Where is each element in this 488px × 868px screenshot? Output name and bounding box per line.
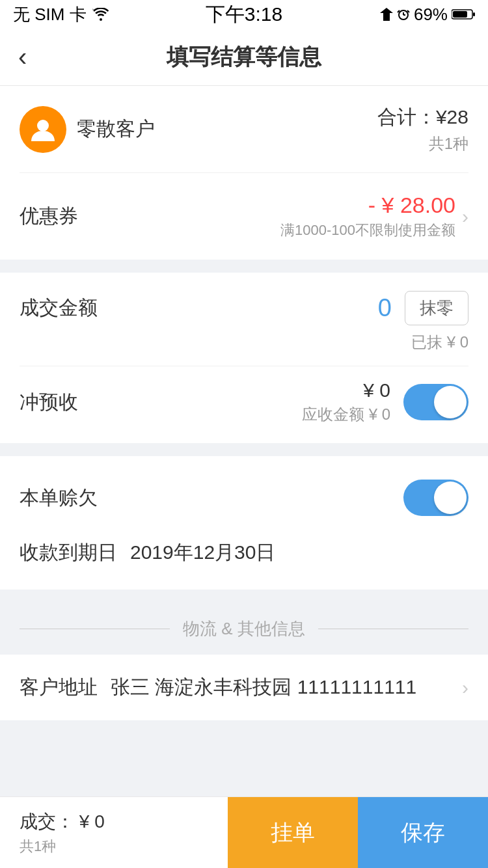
nav-bar: ‹ 填写结算等信息 [0,29,488,86]
transaction-value: 0 [378,294,392,322]
transaction-row: 成交金额 0 抹零 [0,273,488,332]
status-left: 无 SIM 卡 [13,3,110,26]
bottom-summary: 成交： ¥ 0 共1种 [0,809,228,856]
total-amount: 合计：¥28 [377,104,468,131]
back-button[interactable]: ‹ [18,42,27,72]
bottom-bar: 成交： ¥ 0 共1种 挂单 保存 [0,796,488,868]
divider-line-right [318,629,468,629]
customer-row: 零散客户 合计：¥28 共1种 [0,86,488,172]
address-section: 客户地址 张三 海淀永丰科技园 11111111111 › [0,655,488,720]
address-value: 张三 海淀永丰科技园 11111111111 [111,674,462,701]
coupon-row[interactable]: 优惠券 - ¥ 28.00 满1000-100不限制使用金额 › [0,173,488,260]
page-title: 填写结算等信息 [167,42,321,72]
svg-rect-4 [473,12,475,16]
deal-amount: ¥ 0 [79,811,105,832]
transaction-section: 成交金额 0 抹零 已抹 ¥ 0 冲预收 ¥ 0 应收金额 ¥ 0 [0,273,488,443]
divider-line-left [20,629,170,629]
address-chevron-icon: › [462,677,468,699]
status-bar: 无 SIM 卡 下午3:18 69% [0,0,488,29]
customer-info: 零散客户 [20,106,155,153]
coupon-label: 优惠券 [20,203,78,230]
coupon-desc: 满1000-100不限制使用金额 [280,221,455,240]
coupon-amount: - ¥ 28.00 [280,193,455,218]
person-icon [29,115,57,144]
location-icon [380,8,393,21]
wifi-icon [92,8,110,21]
bottom-count: 共1种 [20,837,208,856]
status-right: 69% [380,5,475,25]
prepay-right: ¥ 0 应收金额 ¥ 0 [302,379,468,425]
deal-label: 成交： [20,811,74,832]
bottom-deal-text: 成交： ¥ 0 [20,809,208,834]
debt-section: 本单赊欠 收款到期日 2019年12月30日 [0,456,488,590]
customer-total: 合计：¥28 共1种 [377,104,468,154]
address-row[interactable]: 客户地址 张三 海淀永丰科技园 11111111111 › [0,655,488,720]
prepay-receivable: 应收金额 ¥ 0 [302,404,390,425]
battery-icon [452,8,475,20]
carrier-text: 无 SIM 卡 [13,3,87,26]
prepay-label: 冲预收 [20,389,78,416]
debt-label: 本单赊欠 [20,485,98,511]
prepay-toggle[interactable] [403,384,468,420]
coupon-right: - ¥ 28.00 满1000-100不限制使用金额 › [280,193,468,240]
status-time: 下午3:18 [206,1,282,28]
duedate-label: 收款到期日 [20,539,117,566]
customer-section: 零散客户 合计：¥28 共1种 优惠券 - ¥ 28.00 满1000-100不… [0,86,488,260]
coupon-value-area: - ¥ 28.00 满1000-100不限制使用金额 [280,193,455,240]
prepay-row: 冲预收 ¥ 0 应收金额 ¥ 0 [0,366,488,443]
svg-rect-5 [453,11,467,18]
duedate-row: 收款到期日 2019年12月30日 [0,539,488,590]
round-off-button[interactable]: 抹零 [405,291,468,325]
address-label: 客户地址 [20,674,98,701]
customer-name: 零散客户 [77,116,155,142]
battery-text: 69% [414,5,448,25]
svg-point-6 [37,120,49,131]
duedate-value: 2019年12月30日 [130,539,275,566]
prepay-amount: ¥ 0 [302,379,390,401]
debt-toggle[interactable] [403,480,468,516]
toggle-knob [434,386,467,418]
transaction-right: 0 抹零 [378,291,468,325]
total-count: 共1种 [377,133,468,154]
debt-row: 本单赊欠 [0,456,488,539]
bottom-actions: 挂单 保存 [228,797,488,868]
alarm-icon [397,8,410,21]
already-rounded-text: 已抹 ¥ 0 [0,332,488,366]
transaction-label: 成交金额 [20,295,98,321]
logistics-divider: 物流 & 其他信息 [0,603,488,655]
logistics-divider-inner: 物流 & 其他信息 [0,617,488,640]
save-button[interactable]: 保存 [358,797,488,868]
avatar [20,106,66,153]
chevron-right-icon: › [462,206,468,228]
prepay-amount-area: ¥ 0 应收金额 ¥ 0 [302,379,390,425]
toggle-knob-2 [434,481,467,514]
logistics-text: 物流 & 其他信息 [183,617,305,640]
hold-button[interactable]: 挂单 [228,797,358,868]
